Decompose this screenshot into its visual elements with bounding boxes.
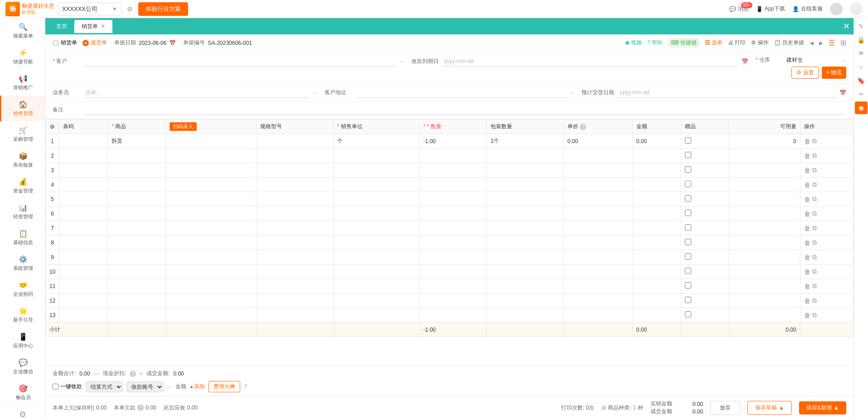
row-delete-button[interactable]: 🗑 — [804, 152, 810, 159]
nav-next-icon[interactable]: ▶ — [819, 40, 823, 46]
side-action-lock[interactable]: 🔒 — [855, 34, 868, 46]
row-gift[interactable] — [681, 207, 729, 221]
tab-home[interactable]: 首页 — [49, 20, 74, 33]
row-barcode[interactable] — [59, 192, 108, 207]
row-gift[interactable] — [681, 163, 729, 178]
row-price[interactable] — [563, 236, 632, 250]
row-copy-button[interactable]: ⧉ — [812, 239, 817, 246]
discount-info-icon[interactable]: ? — [130, 371, 136, 377]
row-unit[interactable] — [333, 279, 419, 294]
row-spec[interactable] — [257, 250, 333, 265]
row-gift-checkbox[interactable] — [685, 166, 691, 173]
expense-button[interactable]: 费用分摊 — [209, 381, 240, 392]
row-price[interactable] — [563, 308, 632, 323]
row-barcode[interactable] — [59, 308, 108, 323]
sidebar-item-marketing[interactable]: 📢 营销推广 — [0, 70, 45, 96]
print-btn[interactable]: 🖨 打印 — [728, 39, 746, 47]
sidebar-item-member[interactable]: 🎯 畅会员 — [0, 380, 45, 405]
row-delete-button[interactable]: 🗑 — [804, 181, 810, 188]
row-gift-checkbox[interactable] — [685, 239, 691, 245]
row-delete-button[interactable]: 🗑 — [804, 311, 810, 319]
row-copy-button[interactable]: ⧉ — [812, 210, 817, 217]
row-quantity[interactable] — [419, 308, 487, 323]
row-barcode[interactable] — [59, 236, 108, 250]
row-gift-checkbox[interactable] — [685, 268, 691, 274]
customer-addr-dots[interactable]: ··· — [570, 90, 574, 96]
app-download-button[interactable]: 📱 App下载 — [756, 5, 785, 13]
row-gift-checkbox[interactable] — [685, 224, 691, 231]
close-icon[interactable]: ✕ — [843, 22, 850, 31]
message-button[interactable]: 💬 消息 99+ — [729, 5, 749, 13]
row-copy-button[interactable]: ⧉ — [812, 253, 817, 261]
sidebar-item-operations[interactable]: 📊 经营管理 — [0, 199, 45, 225]
row-gift-checkbox[interactable] — [685, 195, 691, 202]
scan-button[interactable]: 扫码录入 — [170, 122, 197, 131]
row-barcode[interactable] — [59, 149, 108, 163]
row-product[interactable]: 拆贡 — [108, 134, 166, 149]
row-gift[interactable] — [681, 279, 729, 294]
row-product[interactable] — [108, 149, 166, 163]
notes-input[interactable] — [83, 105, 846, 115]
row-product[interactable] — [108, 192, 166, 207]
row-amount[interactable] — [632, 207, 681, 221]
row-delete-button[interactable]: 🗑 — [804, 210, 810, 217]
side-action-bookmark[interactable]: 🔖 — [855, 74, 868, 87]
row-price[interactable] — [563, 279, 632, 294]
tab-sales-order[interactable]: 销货单 ✕ — [74, 20, 112, 33]
shortcut-btn[interactable]: ⌨ 快捷键 — [668, 38, 699, 48]
row-gift-checkbox[interactable] — [685, 297, 691, 303]
row-price[interactable] — [563, 149, 632, 163]
row-amount[interactable] — [632, 265, 681, 279]
calc-method-select[interactable]: 结算方式 — [86, 381, 123, 392]
row-copy-button[interactable]: ⧉ — [812, 224, 817, 232]
row-gift[interactable] — [681, 250, 729, 265]
one-click-pay-input[interactable] — [53, 384, 58, 390]
row-unit[interactable] — [333, 308, 419, 323]
one-click-pay-checkbox[interactable]: 一键收款 — [53, 383, 82, 390]
date-calendar-icon[interactable]: 📅 — [169, 40, 176, 46]
debt-info-icon[interactable]: ? — [137, 405, 144, 411]
row-barcode[interactable] — [59, 134, 108, 149]
row-gift-checkbox[interactable] — [685, 181, 691, 187]
row-gift-checkbox[interactable] — [685, 282, 691, 289]
row-barcode[interactable] — [59, 207, 108, 221]
row-price[interactable] — [563, 178, 632, 192]
history-btn[interactable]: 📋 历史单据 — [774, 39, 804, 47]
row-spec[interactable] — [257, 221, 333, 236]
account-select[interactable]: 收款账号 — [126, 381, 164, 392]
view-list-icon[interactable]: ☰ — [829, 39, 835, 47]
operations-btn[interactable]: ⚙ 操作 — [751, 39, 768, 47]
row-spec[interactable] — [257, 178, 333, 192]
online-service-button[interactable]: 👤 在线客服 — [792, 5, 823, 13]
row-amount[interactable] — [632, 163, 681, 178]
price-info-icon[interactable]: ? — [580, 124, 586, 130]
row-spec[interactable] — [257, 236, 333, 250]
row-delete-button[interactable]: 🗑 — [804, 224, 810, 232]
add-button[interactable]: ● 添加 — [190, 383, 205, 390]
customer-dots[interactable]: ··· — [399, 58, 404, 65]
expected-date-calendar-icon[interactable]: 📅 — [839, 90, 846, 96]
row-barcode[interactable] — [59, 279, 108, 294]
sidebar-item-system[interactable]: ⚙️ 系统管理 — [0, 250, 45, 276]
row-quantity[interactable] — [419, 192, 487, 207]
row-product[interactable] — [108, 279, 166, 294]
row-product[interactable] — [108, 221, 166, 236]
sales-order-radio[interactable]: 销货单 — [53, 39, 77, 47]
side-action-star[interactable]: ☆ — [855, 61, 868, 73]
col-scan[interactable]: 扫码录入 — [165, 120, 257, 134]
sidebar-item-wechat[interactable]: 💬 企业微信 — [0, 354, 45, 380]
row-copy-button[interactable]: ⧉ — [812, 282, 817, 290]
row-price[interactable]: 0.00 — [563, 134, 632, 149]
row-unit[interactable] — [333, 149, 419, 163]
row-delete-button[interactable]: 🗑 — [804, 297, 810, 304]
sidebar-settings-icon[interactable]: ⚙ — [19, 409, 26, 419]
company-selector[interactable]: XXXXXX公司 ▼ — [58, 3, 121, 15]
select-btn[interactable]: ☰ 选单 — [705, 39, 723, 47]
row-copy-button[interactable]: ⧉ — [812, 137, 817, 145]
row-product[interactable] — [108, 308, 166, 323]
customer-addr-input[interactable] — [355, 87, 567, 98]
row-pkg-qty[interactable] — [487, 308, 563, 323]
row-unit[interactable] — [333, 236, 419, 250]
row-amount[interactable]: 0.00 — [632, 134, 681, 149]
row-pkg-qty[interactable] — [487, 236, 563, 250]
